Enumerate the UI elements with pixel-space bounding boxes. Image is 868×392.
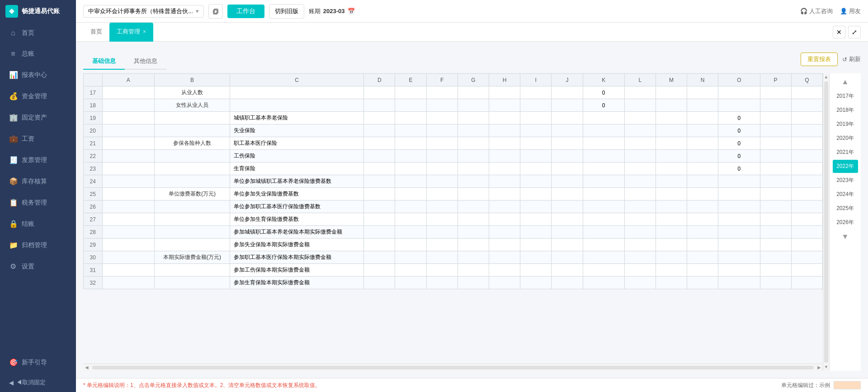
cell-pq-0[interactable]: [760, 99, 791, 112]
cell-pq-1[interactable]: [791, 226, 822, 239]
cell-col-5[interactable]: [426, 213, 458, 226]
cell-col-7[interactable]: [489, 226, 520, 239]
cell-a[interactable]: [102, 150, 154, 163]
cell-ln-2[interactable]: [687, 137, 718, 150]
sidebar-item-new-user[interactable]: 🎯 新手引导: [0, 352, 76, 373]
cell-o[interactable]: [718, 239, 760, 251]
sidebar-item-assets[interactable]: 🏢固定资产: [0, 107, 76, 128]
cell-o[interactable]: 0: [718, 112, 760, 124]
cell-col-6[interactable]: [458, 226, 489, 239]
cell-pq-0[interactable]: [760, 213, 791, 226]
cell-col-4[interactable]: [395, 226, 426, 239]
cell-col-6[interactable]: [458, 124, 489, 137]
cell-col-8[interactable]: [520, 213, 552, 226]
cell-col-6[interactable]: [458, 112, 489, 124]
cell-o[interactable]: [718, 277, 760, 289]
cell-col-4[interactable]: [395, 150, 426, 163]
cell-a[interactable]: [102, 86, 154, 99]
cell-col-5[interactable]: [426, 226, 458, 239]
cell-col-8[interactable]: [520, 112, 552, 124]
cell-a[interactable]: [102, 175, 154, 188]
cell-ln-0[interactable]: [624, 188, 656, 201]
cell-col-8[interactable]: [520, 99, 552, 112]
cell-ln-2[interactable]: [687, 251, 718, 264]
cell-ln-2[interactable]: [687, 99, 718, 112]
cell-col-3[interactable]: [364, 137, 395, 150]
horizontal-scrollbar[interactable]: ◀ ▶: [83, 363, 823, 371]
cell-c[interactable]: 单位参加城镇职工基本养老保险缴费基数: [230, 175, 363, 188]
sidebar-item-tax[interactable]: 📋税务管理: [0, 192, 76, 213]
cell-col-3[interactable]: [364, 188, 395, 201]
cell-ln-2[interactable]: [687, 150, 718, 163]
cell-col-7[interactable]: [489, 239, 520, 251]
cell-col-3[interactable]: [364, 99, 395, 112]
cell-k[interactable]: [583, 150, 624, 163]
cell-col-5[interactable]: [426, 137, 458, 150]
cell-pq-0[interactable]: [760, 201, 791, 213]
cell-ln-2[interactable]: [687, 175, 718, 188]
cell-col-8[interactable]: [520, 137, 552, 150]
cell-col-5[interactable]: [426, 150, 458, 163]
cell-col-4[interactable]: [395, 137, 426, 150]
tab-home[interactable]: 首页: [83, 23, 109, 42]
cell-col-8[interactable]: [520, 277, 552, 289]
sidebar-item-finance[interactable]: 💰资金管理: [0, 86, 76, 107]
cell-ln-0[interactable]: [624, 86, 656, 99]
cell-col-8[interactable]: [520, 124, 552, 137]
cell-ln-0[interactable]: [624, 150, 656, 163]
vertical-scrollbar[interactable]: ▲ ▼: [823, 73, 829, 371]
cell-ln-1[interactable]: [656, 239, 687, 251]
user-service-button[interactable]: 🎧 人工咨询: [800, 7, 833, 15]
cell-col-6[interactable]: [458, 137, 489, 150]
cell-ln-1[interactable]: [656, 124, 687, 137]
cell-o[interactable]: 0: [718, 137, 760, 150]
cell-k[interactable]: [583, 137, 624, 150]
tab-close-icon[interactable]: ×: [143, 29, 146, 35]
cell-a[interactable]: [102, 251, 154, 264]
cell-col-6[interactable]: [458, 150, 489, 163]
cell-col-3[interactable]: [364, 112, 395, 124]
cell-col-9[interactable]: [552, 188, 583, 201]
cell-col-4[interactable]: [395, 175, 426, 188]
cell-a[interactable]: [102, 201, 154, 213]
cell-col-5[interactable]: [426, 277, 458, 289]
cell-o[interactable]: 0: [718, 124, 760, 137]
cell-pq-1[interactable]: [791, 86, 822, 99]
cell-col-8[interactable]: [520, 188, 552, 201]
cell-col-9[interactable]: [552, 163, 583, 175]
cell-col-7[interactable]: [489, 163, 520, 175]
copy-button[interactable]: [208, 4, 223, 19]
year-item-2023年[interactable]: 2023年: [833, 174, 858, 187]
cell-col-9[interactable]: [552, 99, 583, 112]
cell-col-4[interactable]: [395, 188, 426, 201]
cell-col-4[interactable]: [395, 99, 426, 112]
year-item-2022年[interactable]: 2022年: [833, 160, 858, 173]
workbench-button[interactable]: 工作台: [227, 5, 264, 18]
cell-col-6[interactable]: [458, 175, 489, 188]
cell-k[interactable]: [583, 124, 624, 137]
cell-o[interactable]: 0: [718, 150, 760, 163]
cell-b[interactable]: 女性从业人员: [154, 99, 230, 112]
user-avatar[interactable]: 👤 用友: [840, 7, 861, 15]
tab-other-info[interactable]: 其他信息: [125, 53, 166, 70]
cell-pq-0[interactable]: [760, 150, 791, 163]
cell-col-5[interactable]: [426, 188, 458, 201]
cell-col-9[interactable]: [552, 86, 583, 99]
cell-col-9[interactable]: [552, 251, 583, 264]
cell-c[interactable]: 参加工伤保险本期实际缴费金额: [230, 264, 363, 277]
cell-ln-0[interactable]: [624, 112, 656, 124]
cell-col-8[interactable]: [520, 175, 552, 188]
cell-ln-1[interactable]: [656, 112, 687, 124]
cell-col-9[interactable]: [552, 213, 583, 226]
cell-col-7[interactable]: [489, 124, 520, 137]
sidebar-item-home[interactable]: ⌂首页: [0, 23, 76, 43]
cell-k[interactable]: [583, 201, 624, 213]
sidebar-item-payroll[interactable]: 💼工资: [0, 128, 76, 149]
sidebar-item-invoice[interactable]: 🧾发票管理: [0, 149, 76, 171]
cell-a[interactable]: [102, 163, 154, 175]
cell-col-6[interactable]: [458, 213, 489, 226]
cell-ln-1[interactable]: [656, 188, 687, 201]
year-item-2020年[interactable]: 2020年: [833, 132, 858, 145]
cell-k[interactable]: [583, 264, 624, 277]
cell-c[interactable]: 参加失业保险本期实际缴费金额: [230, 239, 363, 251]
